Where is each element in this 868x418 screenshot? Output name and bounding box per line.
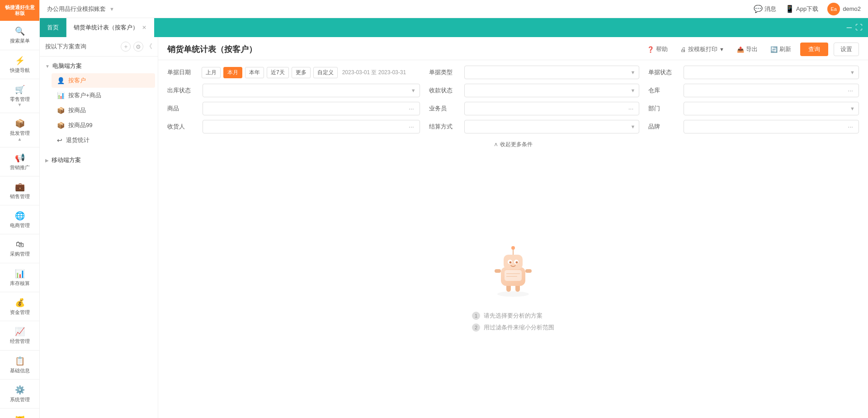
date-btn-custom[interactable]: 自定义: [313, 67, 338, 78]
content-area: 按以下方案查询 ＋ ⚙ 《 ▼ 电脑端方案 👤 按客户: [40, 37, 868, 418]
department-label: 部门: [648, 104, 680, 113]
stockstatus-select[interactable]: ▼: [203, 84, 420, 97]
salesperson-input[interactable]: ···: [464, 102, 640, 115]
goods-icon: 📦: [57, 107, 65, 114]
sidebar-item-marketing[interactable]: 📢 营销推广: [0, 147, 39, 176]
tab-home[interactable]: 首页: [40, 18, 66, 37]
top-bar-left: 办公用品行业模拟账套 ▼: [47, 5, 114, 13]
date-btn-thismonth[interactable]: 本月: [223, 67, 242, 78]
tip-num-2: 2: [472, 323, 480, 332]
doctype-select[interactable]: ▼: [464, 66, 640, 79]
sidebar-item-retail[interactable]: 🛒 零售管理 ▼: [0, 79, 39, 113]
sidebar-item-cooperation[interactable]: 🤝 企业协同: [0, 408, 39, 418]
app-download-btn[interactable]: 📱 App下载: [785, 5, 818, 13]
search-icon: 🔍: [15, 26, 25, 36]
sidebar-item-label: 资金管理: [10, 309, 30, 315]
empty-illustration: [484, 242, 542, 301]
collapse-filter-btn[interactable]: ∧ 收起更多条件: [167, 138, 859, 151]
cooperation-icon: 🤝: [15, 414, 25, 418]
docstatus-select-arrow: ▼: [850, 70, 855, 75]
tree-child-customer[interactable]: 👤 按客户: [52, 73, 155, 88]
user-area[interactable]: Ea demo2: [827, 3, 861, 15]
retail-icon: 🛒: [15, 85, 25, 95]
tree-child-goods[interactable]: 📦 按商品: [52, 103, 155, 118]
sidebar-item-label: 批发管理: [10, 130, 30, 136]
svg-point-0: [497, 291, 529, 297]
goods-input[interactable]: ···: [203, 102, 420, 115]
goods-dots[interactable]: ···: [407, 105, 416, 112]
filter-col-brand: 品牌 ···: [639, 120, 859, 133]
tree-arrow-icon: ▼: [45, 64, 50, 69]
sidebar-item-label: 搜索菜单: [10, 38, 30, 44]
sidebar-item-sales[interactable]: 💼 销售管理: [0, 176, 39, 205]
help-label: 帮助: [656, 45, 668, 53]
tree-child-return[interactable]: ↩ 退货统计: [52, 133, 155, 147]
tab-minimize-btn[interactable]: ─: [847, 24, 852, 32]
sidebar-item-finance[interactable]: 💰 资金管理: [0, 292, 39, 321]
tip-num-1: 1: [472, 312, 480, 320]
payment-select[interactable]: ▼: [464, 84, 640, 97]
docstatus-label: 单据状态: [648, 68, 680, 76]
expand-icon: ▲: [18, 137, 22, 142]
sidebar-item-inventory[interactable]: 📊 库存核算: [0, 263, 39, 292]
right-panel: 销货单统计表（按客户） ❓ 帮助 🖨 按模板打印 ▼ 📤: [158, 37, 868, 418]
print-btn[interactable]: 🖨 按模板打印 ▼: [677, 43, 728, 55]
sidebar-item-label: 快捷导航: [10, 67, 30, 73]
department-select[interactable]: ▼: [684, 102, 859, 115]
receiver-dots[interactable]: ···: [407, 123, 416, 130]
settlement-label: 结算方式: [429, 123, 461, 131]
sidebar-item-ecommerce[interactable]: 🌐 电商管理: [0, 205, 39, 234]
brand-dots[interactable]: ···: [846, 123, 855, 130]
salesperson-label: 业务员: [429, 104, 461, 113]
sidebar-item-operation[interactable]: 📈 经营管理: [0, 321, 39, 350]
tab-maximize-btn[interactable]: ⛶: [855, 24, 863, 32]
help-btn[interactable]: ❓ 帮助: [643, 43, 671, 55]
tab-active[interactable]: 销货单统计表（按客户） ✕: [66, 18, 154, 37]
industry-dropdown-icon[interactable]: ▼: [109, 6, 114, 12]
goods99-icon: 📦: [57, 122, 65, 129]
warehouse-dots[interactable]: ···: [846, 87, 855, 94]
brand-input[interactable]: ···: [684, 120, 859, 133]
page-actions: ❓ 帮助 🖨 按模板打印 ▼ 📤 导出 🔄: [643, 43, 859, 56]
settings-btn[interactable]: 设置: [834, 43, 859, 56]
query-btn[interactable]: 查询: [800, 43, 828, 56]
settlement-select[interactable]: ▼: [464, 120, 640, 133]
sidebar-item-search[interactable]: 🔍 搜索菜单: [0, 21, 39, 50]
salesperson-dots[interactable]: ···: [627, 105, 636, 112]
filter-col-settlement: 结算方式 ▼: [420, 120, 640, 133]
expand-icon: ▼: [18, 102, 22, 107]
panel-title: 按以下方案查询: [45, 43, 86, 51]
tab-close-btn[interactable]: ✕: [142, 24, 146, 31]
tree-child-label: 按商品: [68, 106, 86, 114]
stockstatus-label: 出库状态: [167, 86, 199, 95]
sidebar-item-basic[interactable]: 📋 基础信息: [0, 351, 39, 380]
panel-collapse-btn[interactable]: 《: [146, 43, 152, 51]
sidebar-item-system[interactable]: ⚙️ 系统管理: [0, 380, 39, 408]
date-btn-more[interactable]: 更多: [292, 67, 311, 78]
tree-child-goods99[interactable]: 📦 按商品99: [52, 118, 155, 133]
tree-child-customer-goods[interactable]: 📊 按客户+商品: [52, 88, 155, 103]
date-btn-lastmonth[interactable]: 上月: [202, 67, 221, 78]
sidebar: 畅捷通好生意 标版 🔍 搜索菜单 ⚡ 快捷导航 🛒 零售管理 ▼ 📦 批发管理 …: [0, 0, 40, 418]
sidebar-item-wholesale[interactable]: 📦 批发管理 ▲: [0, 113, 39, 147]
payment-arrow: ▼: [630, 88, 635, 93]
sidebar-item-purchase[interactable]: 🛍 采购管理: [0, 234, 39, 263]
settings-scheme-btn[interactable]: ⚙: [133, 42, 143, 52]
message-btn[interactable]: 💬 消息: [754, 5, 776, 13]
date-btn-7days[interactable]: 近7天: [267, 67, 289, 78]
add-scheme-btn[interactable]: ＋: [121, 42, 131, 52]
tree-parent-desktop[interactable]: ▼ 电脑端方案: [40, 59, 158, 73]
export-btn[interactable]: 📤 导出: [733, 43, 761, 55]
tip-text-1: 请先选择要分析的方案: [484, 312, 542, 320]
receiver-input[interactable]: ···: [203, 120, 420, 133]
refresh-btn[interactable]: 🔄 刷新: [767, 43, 795, 55]
tree-parent-mobile[interactable]: ▶ 移动端方案: [40, 153, 158, 167]
sidebar-item-nav[interactable]: ⚡ 快捷导航: [0, 50, 39, 79]
sales-icon: 💼: [15, 182, 25, 192]
docstatus-select[interactable]: ▼: [684, 66, 859, 79]
date-range-text: 2023-03-01 至 2023-03-31: [342, 69, 406, 76]
sidebar-item-label: 经营管理: [10, 338, 30, 344]
warehouse-input[interactable]: ···: [684, 84, 859, 97]
svg-rect-12: [525, 269, 532, 273]
date-btn-thisyear[interactable]: 本年: [245, 67, 264, 78]
